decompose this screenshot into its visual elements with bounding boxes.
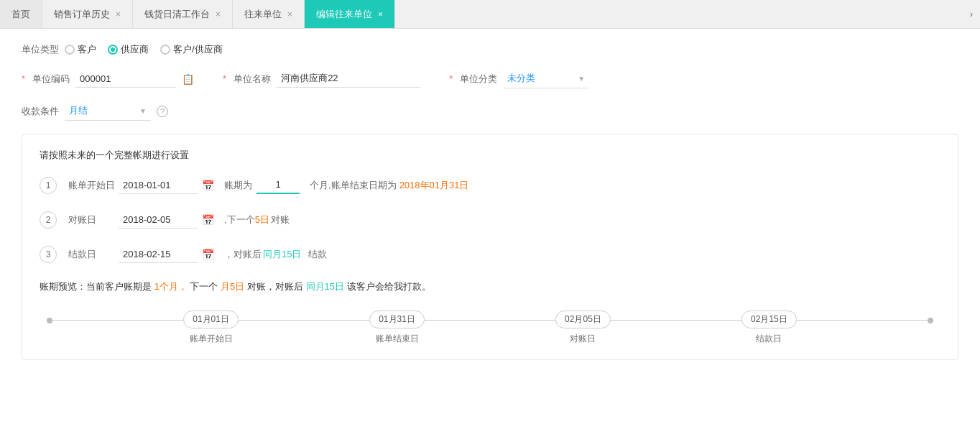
step-3-desc-prefix: ，对账后 — [224, 248, 262, 261]
tl-node-2: 01月31日 账单结束日 — [369, 310, 425, 345]
tab-partner[interactable]: 往来单位 × — [233, 0, 305, 28]
step-3-desc-suffix: 结款 — [308, 248, 327, 261]
unit-category-label: 单位分类 — [460, 73, 497, 86]
tab-edit-partner-label: 编辑往来单位 — [316, 8, 372, 21]
tab-partner-close[interactable]: × — [287, 9, 292, 19]
radio-supplier-dot — [111, 47, 115, 52]
unit-code-label: 单位编码 — [32, 73, 70, 86]
step-1-row: 1 账单开始日 📅 账期为 个月,账单结束日期为 2018年01月31日 — [40, 176, 940, 194]
unit-name-star: * — [223, 73, 226, 84]
step-1-desc-suffix: 个月,账单结束日期为 — [310, 179, 397, 192]
step-1-calendar-icon[interactable]: 📅 — [202, 180, 214, 191]
preview-text: 账期预览：当前客户账期是 1个月， 下一个 月5日 对账，对账后 同月15日 该… — [40, 280, 940, 293]
timeline-nodes: 01月01日 账单开始日 01月31日 账单结束日 02月05日 对账日 02月… — [47, 310, 933, 345]
tab-sales-history-close[interactable]: × — [116, 9, 121, 19]
radio-supplier-label: 供应商 — [121, 43, 149, 56]
tl-node-3-badge: 02月05日 — [555, 310, 611, 328]
unit-name-input[interactable] — [277, 70, 420, 88]
step-2-label: 对账日 — [68, 213, 119, 226]
tl-node-4-badge: 02月15日 — [741, 310, 797, 328]
radio-supplier[interactable]: 供应商 — [108, 43, 149, 56]
step-2-date-input[interactable] — [119, 211, 198, 229]
preview-reconcile: 月5日 — [221, 281, 244, 292]
radio-customer[interactable]: 客户 — [65, 43, 96, 56]
unit-type-group: 单位类型 客户 供应商 客户/供应商 — [22, 43, 223, 56]
payment-terms-group: 收款条件 月结 ▼ ? — [22, 101, 168, 121]
unit-category-value: 未分类 — [507, 72, 575, 85]
preview-period: 1个月， — [154, 281, 188, 292]
tab-cash-work-close[interactable]: × — [216, 9, 221, 19]
preview-prefix: 账期预览：当前客户账期是 — [40, 281, 152, 292]
tl-right-dot — [928, 318, 933, 323]
payment-terms-label: 收款条件 — [22, 105, 59, 118]
step-1-num: 1 — [40, 177, 57, 194]
step-3-row: 3 结款日 📅 ，对账后 同月15日 结款 — [40, 246, 940, 263]
payment-terms-row: 收款条件 月结 ▼ ? — [22, 101, 958, 121]
unit-name-group: * 单位名称 — [223, 70, 420, 88]
tab-home[interactable]: 首页 — [0, 0, 42, 28]
step-1-date-input[interactable] — [119, 177, 198, 194]
step-1-end-date: 2018年01月31日 — [399, 179, 469, 192]
radio-supplier-circle — [108, 45, 118, 55]
timeline: 01月01日 账单开始日 01月31日 账单结束日 02月05日 对账日 02月… — [40, 310, 940, 345]
step-3-num: 3 — [40, 246, 57, 263]
tl-node-1-label: 账单开始日 — [190, 333, 233, 345]
panel-title: 请按照未来的一个完整帐期进行设置 — [40, 149, 940, 162]
preview-suffix: 该客户会给我打款。 — [347, 281, 431, 292]
tab-edit-partner-close[interactable]: × — [378, 9, 383, 19]
unit-type-label: 单位类型 — [22, 43, 59, 56]
unit-type-radio-group: 客户 供应商 客户/供应商 — [65, 43, 223, 56]
billing-panel: 请按照未来的一个完整帐期进行设置 1 账单开始日 📅 账期为 个月,账单结束日期… — [22, 134, 958, 360]
tl-node-3-label: 对账日 — [570, 333, 596, 345]
step-1-period-input[interactable] — [256, 176, 300, 194]
tab-partner-label: 往来单位 — [244, 8, 282, 21]
tab-edit-partner[interactable]: 编辑往来单位 × — [305, 0, 395, 28]
tab-cash-work-label: 钱货日清工作台 — [144, 8, 210, 21]
step-1-desc-prefix: 账期为 — [224, 179, 252, 192]
payment-terms-value: 月结 — [69, 104, 137, 117]
step-2-num: 2 — [40, 211, 57, 229]
step-2-desc-suffix: 对账 — [271, 213, 290, 226]
tl-node-2-badge: 01月31日 — [369, 310, 425, 328]
unit-code-star: * — [22, 73, 25, 84]
preview-payment: 同月15日 — [306, 281, 344, 292]
step-3-calendar-icon[interactable]: 📅 — [202, 249, 214, 260]
unit-type-row: 单位类型 客户 供应商 客户/供应商 — [22, 43, 958, 56]
preview-reconcile-suffix: 对账，对账后 — [247, 281, 303, 292]
step-3-highlight: 同月15日 — [263, 248, 301, 261]
unit-category-star: * — [449, 73, 453, 84]
step-2-calendar-icon[interactable]: 📅 — [202, 214, 214, 226]
tl-right-end — [928, 310, 933, 323]
radio-both-circle — [160, 45, 170, 55]
payment-terms-select[interactable]: 月结 ▼ — [65, 101, 151, 121]
unit-code-icon[interactable]: 📋 — [182, 73, 194, 85]
unit-category-select[interactable]: 未分类 ▼ — [503, 69, 589, 88]
unit-category-arrow: ▼ — [578, 75, 585, 83]
tl-node-1: 01月01日 账单开始日 — [183, 310, 239, 345]
tab-cash-work[interactable]: 钱货日清工作台 × — [133, 0, 233, 28]
unit-category-group: * 单位分类 未分类 ▼ — [449, 69, 589, 88]
preview-reconcile-prefix: 下一个 — [190, 281, 218, 292]
step-2-highlight: 5日 — [255, 213, 269, 226]
step-3-date-input[interactable] — [119, 246, 198, 263]
tl-node-4-label: 结款日 — [756, 333, 782, 345]
tab-more-button[interactable]: › — [963, 0, 980, 28]
step-2-desc-prefix: ,下一个 — [224, 213, 255, 226]
radio-both-label: 客户/供应商 — [173, 43, 223, 56]
tl-node-4: 02月15日 结款日 — [741, 310, 797, 345]
unit-name-label: 单位名称 — [234, 73, 271, 86]
step-3-label: 结款日 — [68, 248, 119, 261]
payment-terms-help[interactable]: ? — [157, 106, 168, 117]
tab-sales-history[interactable]: 销售订单历史 × — [42, 0, 133, 28]
tab-sales-history-label: 销售订单历史 — [54, 8, 110, 21]
tl-node-3: 02月05日 对账日 — [555, 310, 611, 345]
main-content: 单位类型 客户 供应商 客户/供应商 — [0, 29, 980, 437]
tl-left-dot — [47, 318, 52, 323]
radio-customer-circle — [65, 45, 75, 55]
tab-bar: 首页 销售订单历史 × 钱货日清工作台 × 往来单位 × 编辑往来单位 × › — [0, 0, 980, 29]
payment-terms-arrow: ▼ — [139, 107, 147, 115]
radio-both[interactable]: 客户/供应商 — [160, 43, 223, 56]
radio-customer-label: 客户 — [78, 43, 96, 56]
tab-home-label: 首页 — [11, 8, 30, 21]
unit-code-input[interactable] — [75, 70, 176, 88]
